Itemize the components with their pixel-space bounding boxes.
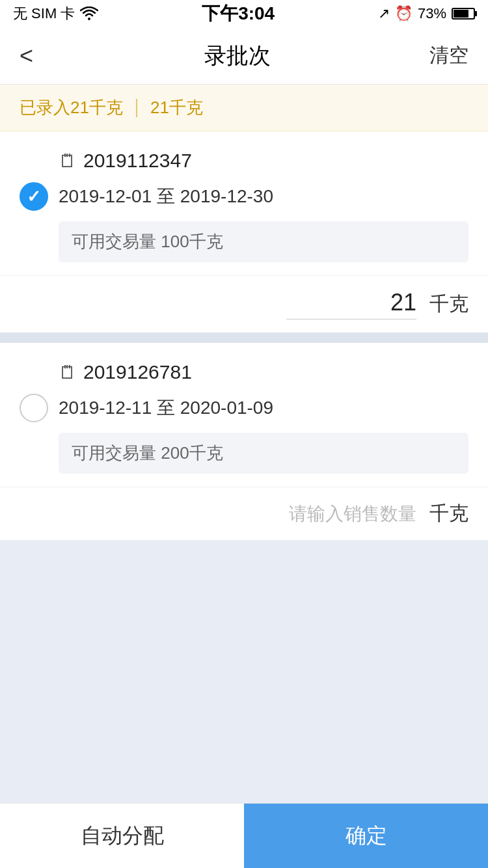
batch-1-input-wrapper[interactable] — [286, 289, 416, 319]
batch-2-amount-input[interactable] — [20, 504, 416, 524]
battery-percent: 73% — [418, 5, 446, 22]
batch-1-date-row[interactable]: 2019-12-01 至 2019-12-30 — [20, 182, 468, 211]
batch-card-2-inner: 🗒 2019126781 2019-12-11 至 2020-01-09 可用交… — [0, 343, 488, 487]
batch-card-1: 🗒 2019112347 2019-12-01 至 2019-12-30 可用交… — [0, 131, 488, 332]
batch-1-amount-row: 千克 — [0, 275, 488, 332]
page-title: 录批次 — [59, 41, 416, 71]
batch-2-available: 可用交易量 200千克 — [59, 433, 468, 474]
carrier-label: 无 SIM 卡 — [13, 4, 75, 23]
recorded-value: 21千克 — [150, 96, 203, 119]
recorded-label: 已录入21千克 — [20, 96, 123, 119]
clear-button[interactable]: 清空 — [416, 42, 468, 69]
confirm-button[interactable]: 确定 — [244, 804, 488, 868]
wifi-icon — [80, 7, 98, 21]
status-banner: 已录入21千克 21千克 — [0, 85, 488, 131]
batch-2-id-row: 🗒 2019126781 — [20, 361, 468, 383]
big-separator-1 — [0, 332, 488, 343]
batch-card-2: 🗒 2019126781 2019-12-11 至 2020-01-09 可用交… — [0, 343, 488, 540]
location-icon: ↗ — [378, 5, 390, 22]
batch-2-icon: 🗒 — [59, 362, 77, 383]
back-button[interactable]: < — [20, 42, 59, 70]
batch-1-date: 2019-12-01 至 2019-12-30 — [59, 184, 273, 209]
batch-1-unit: 千克 — [429, 291, 468, 318]
batch-2-unit: 千克 — [429, 500, 468, 527]
status-right: ↗ ⏰ 73% — [378, 5, 475, 22]
bottom-bar: 自动分配 确定 — [0, 803, 488, 868]
batch-1-id-row: 🗒 2019112347 — [20, 150, 468, 172]
status-bar: 无 SIM 卡 下午3:04 ↗ ⏰ 73% — [0, 0, 488, 27]
batch-2-amount-row: 千克 — [0, 487, 488, 540]
batch-1-icon: 🗒 — [59, 150, 77, 172]
batch-1-id: 2019112347 — [83, 150, 192, 172]
batch-1-radio[interactable] — [20, 182, 48, 211]
battery-icon — [452, 8, 475, 20]
status-left: 无 SIM 卡 — [13, 4, 98, 23]
batch-1-available: 可用交易量 100千克 — [59, 221, 468, 262]
batch-2-date: 2019-12-11 至 2020-01-09 — [59, 396, 273, 420]
batch-2-radio[interactable] — [20, 394, 48, 422]
alarm-icon: ⏰ — [395, 5, 413, 22]
nav-bar: < 录批次 清空 — [0, 27, 488, 85]
content-area: 🗒 2019112347 2019-12-01 至 2019-12-30 可用交… — [0, 131, 488, 850]
batch-2-id: 2019126781 — [83, 361, 192, 383]
batch-1-amount-input[interactable] — [286, 289, 416, 319]
auto-distribute-button[interactable]: 自动分配 — [0, 804, 244, 868]
batch-card-1-inner: 🗒 2019112347 2019-12-01 至 2019-12-30 可用交… — [0, 131, 488, 275]
time-display: 下午3:04 — [202, 1, 275, 26]
banner-divider — [136, 99, 137, 117]
batch-2-date-row[interactable]: 2019-12-11 至 2020-01-09 — [20, 394, 468, 422]
